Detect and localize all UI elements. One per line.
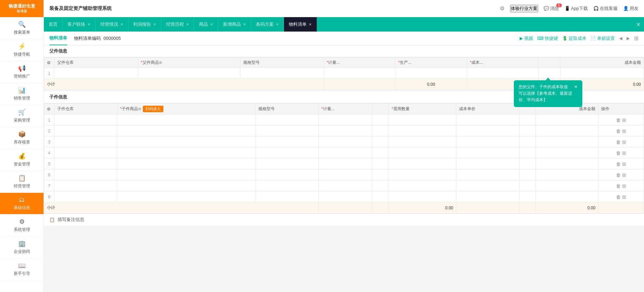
child-unit-2[interactable] [319, 137, 372, 148]
view-action[interactable]: ▶ 视频 [520, 35, 533, 42]
child-th-settings[interactable]: ⚙ [44, 104, 54, 115]
nav-tab-close-8[interactable]: ✕ [309, 22, 312, 27]
shortcut-action[interactable]: ⌨ 快捷键 [537, 35, 558, 42]
th-settings[interactable]: ⚙ [44, 58, 54, 68]
delete-icon-0[interactable]: 🗑 [616, 117, 621, 123]
parent-product-cell[interactable] [138, 68, 240, 79]
child-unit-cost-2[interactable] [456, 137, 519, 148]
parent-production-cell[interactable] [395, 68, 467, 79]
child-unit-7[interactable] [319, 191, 372, 202]
child-spec-4[interactable] [256, 159, 319, 170]
sidebar-item-search[interactable]: 🔍搜索菜单 [0, 17, 44, 39]
parent-spec-cell[interactable] [240, 68, 324, 79]
child-warehouse-2[interactable] [54, 137, 117, 148]
parent-unit-cell[interactable] [324, 68, 395, 79]
online-service-action[interactable]: 🎧 在线客服 [593, 5, 618, 12]
sidebar-item-system[interactable]: ⚙系统管理 [0, 214, 44, 236]
sidebar-item-finance[interactable]: 💰资金管理 [0, 149, 44, 171]
sidebar-item-marketing[interactable]: 📢营销推广 [0, 61, 44, 83]
nav-tab-1[interactable]: 客户联络✕ [63, 17, 96, 32]
nav-tab-close-3[interactable]: ✕ [153, 22, 156, 27]
nav-tab-5[interactable]: 商品✕ [194, 17, 218, 32]
child-unit-cost-3[interactable] [456, 148, 519, 159]
copy-icon-7[interactable]: ⊞ [622, 194, 626, 200]
delete-icon-5[interactable]: 🗑 [616, 172, 621, 178]
child-unit-0[interactable] [319, 115, 372, 126]
nav-tab-close-4[interactable]: ✕ [186, 22, 189, 27]
nav-tab-close-6[interactable]: ✕ [243, 22, 246, 27]
single-settings-action[interactable]: 📄 单据设置 [591, 35, 615, 42]
nav-tab-close-1[interactable]: ✕ [87, 22, 90, 27]
delete-icon-3[interactable]: 🗑 [616, 150, 621, 156]
child-unit-cost-5[interactable] [456, 170, 519, 180]
child-product-7[interactable] [117, 191, 256, 202]
trial-button[interactable]: 体验行业方案 [510, 5, 538, 12]
nav-tab-close-2[interactable]: ✕ [120, 22, 123, 27]
delete-icon-6[interactable]: 🗑 [616, 183, 621, 189]
copy-icon-6[interactable]: ⊞ [622, 183, 626, 189]
child-product-1[interactable] [117, 126, 256, 137]
child-warehouse-6[interactable] [54, 180, 117, 191]
child-unit-cost-4[interactable] [456, 159, 519, 170]
child-qty-4[interactable] [389, 159, 456, 170]
nav-tab-2[interactable]: 经营情况✕ [96, 17, 128, 32]
child-product-0[interactable] [117, 115, 256, 126]
copy-icon-1[interactable]: ⊞ [622, 128, 626, 134]
grid-view-icon[interactable]: ⊞ [634, 35, 639, 42]
child-unit-cost-0[interactable] [456, 115, 519, 126]
child-product-4[interactable] [117, 159, 256, 170]
tooltip-close[interactable]: ✕ [574, 84, 578, 90]
sidebar-item-quick-nav[interactable]: ⚡快捷导航 [0, 39, 44, 61]
copy-icon-0[interactable]: ⊞ [622, 117, 626, 123]
child-unit-cost-1[interactable] [456, 126, 519, 137]
app-download-action[interactable]: 📱 App下载 [565, 5, 588, 12]
child-spec-7[interactable] [256, 191, 319, 202]
child-unit-4[interactable] [319, 159, 372, 170]
child-qty-5[interactable] [389, 170, 456, 180]
delete-icon-4[interactable]: 🗑 [616, 161, 621, 167]
child-warehouse-7[interactable] [54, 191, 117, 202]
nav-next-icon[interactable]: ▶ [627, 36, 630, 41]
child-warehouse-5[interactable] [54, 170, 117, 180]
delete-icon-7[interactable]: 🗑 [616, 194, 621, 200]
sidebar-item-enterprise[interactable]: 🏢企业协同 [0, 236, 44, 258]
child-qty-3[interactable] [389, 148, 456, 159]
child-unit-cost-7[interactable] [456, 191, 519, 202]
child-qty-2[interactable] [389, 137, 456, 148]
nav-tab-close-5[interactable]: ✕ [210, 22, 213, 27]
child-spec-2[interactable] [256, 137, 319, 148]
sidebar-item-operations[interactable]: 📋经营管理 [0, 171, 44, 193]
child-qty-0[interactable] [389, 115, 456, 126]
user-action[interactable]: 👤 用友 [623, 5, 639, 12]
bottom-bar[interactable]: 📋 填写备注信息 [44, 213, 644, 225]
message-action[interactable]: 💬 消息 6 [544, 5, 559, 12]
nav-prev-icon[interactable]: ◀ [619, 36, 622, 41]
nav-tab-6[interactable]: 新增商品✕ [218, 17, 251, 32]
copy-icon-5[interactable]: ⊞ [622, 172, 626, 178]
child-qty-1[interactable] [389, 126, 456, 137]
sidebar-item-purchase[interactable]: 🛒采购管理 [0, 105, 44, 127]
child-unit-6[interactable] [319, 180, 372, 191]
parent-warehouse-cell[interactable] [54, 68, 138, 79]
child-warehouse-0[interactable] [54, 115, 117, 126]
sidebar-item-sales[interactable]: 📊销售管理 [0, 83, 44, 105]
sidebar-item-inventory[interactable]: 📦库存核算 [0, 127, 44, 149]
sidebar-item-guide[interactable]: 📖新手引导 [0, 258, 44, 280]
child-product-5[interactable] [117, 170, 256, 180]
child-spec-1[interactable] [256, 126, 319, 137]
child-unit-3[interactable] [319, 148, 372, 159]
child-warehouse-4[interactable] [54, 159, 117, 170]
copy-icon-2[interactable]: ⊞ [622, 139, 626, 145]
sub-tab-bill-of-materials[interactable]: 物料清单 [49, 32, 67, 45]
nav-tab-4[interactable]: 经营历程✕ [161, 17, 194, 32]
child-product-2[interactable] [117, 137, 256, 148]
child-spec-5[interactable] [256, 170, 319, 180]
child-product-3[interactable] [117, 148, 256, 159]
extract-cost-action[interactable]: 💲 提取成本 [562, 35, 586, 42]
child-qty-7[interactable] [389, 191, 456, 202]
nav-tab-0[interactable]: 首页 [44, 17, 63, 32]
child-spec-6[interactable] [256, 180, 319, 191]
delete-icon-1[interactable]: 🗑 [616, 128, 621, 134]
delete-icon-2[interactable]: 🗑 [616, 139, 621, 145]
child-qty-6[interactable] [389, 180, 456, 191]
